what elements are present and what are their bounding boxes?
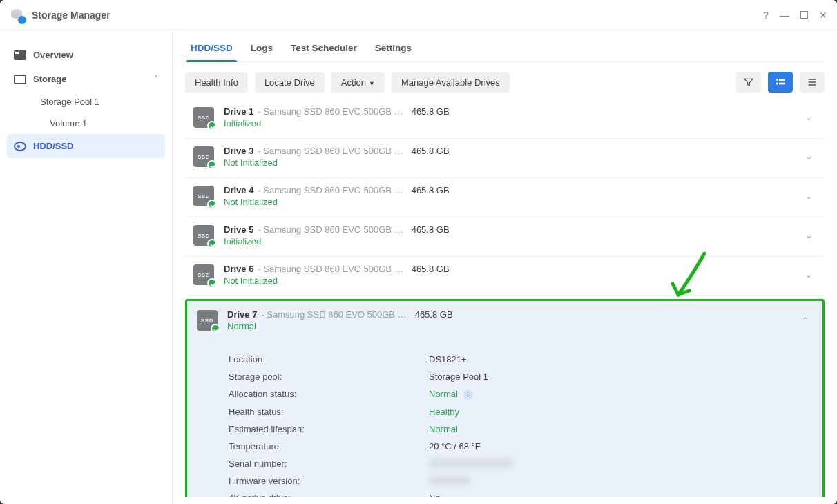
sidebar-item-overview[interactable]: Overview (7, 43, 165, 67)
drive-status: Initialized (224, 118, 791, 128)
drive-row[interactable]: SSD Drive 1 - Samsung SSD 860 EVO 500GB … (185, 99, 825, 139)
tab-label: Test Scheduler (291, 43, 357, 53)
titlebar: Storage Manager ? — ✕ (0, 0, 837, 30)
drive-info: Drive 5 - Samsung SSD 860 EVO 500GB … 46… (224, 224, 791, 246)
ssd-icon: SSD (193, 186, 214, 206)
detail-label: Estimated lifespan: (229, 424, 429, 434)
help-icon[interactable]: ? (763, 10, 769, 20)
drive-name: Drive 6 (224, 264, 253, 274)
sidebar: Overview Storage ˄ Storage Pool 1 Volume… (0, 30, 173, 504)
drive-size: 465.8 GB (412, 224, 450, 235)
button-label: Locate Drive (264, 77, 315, 88)
detail-label: Storage pool: (229, 371, 429, 382)
detail-label: 4K native drive: (229, 493, 429, 497)
drive-info: Drive 4 - Samsung SSD 860 EVO 500GB … 46… (224, 185, 791, 207)
sidebar-item-label: Overview (33, 50, 73, 60)
drive-row[interactable]: SSD Drive 4 - Samsung SSD 860 EVO 500GB … (185, 178, 825, 217)
svg-rect-2 (776, 83, 778, 85)
chevron-up-icon: ˄ (154, 75, 158, 84)
ssd-icon: SSD (193, 225, 214, 246)
drive-info: Drive 6 - Samsung SSD 860 EVO 500GB … 46… (224, 264, 791, 286)
chevron-down-icon[interactable]: ⌄ (801, 270, 816, 280)
drive-name: Drive 4 (224, 185, 253, 195)
tab-hdd-ssd[interactable]: HDD/SSD (191, 43, 233, 61)
drive-size: 465.8 GB (412, 106, 450, 117)
tab-label: HDD/SSD (191, 43, 233, 53)
svg-rect-3 (779, 83, 785, 85)
tab-label: Logs (251, 43, 273, 53)
chevron-down-icon[interactable]: ⌄ (801, 152, 816, 162)
detail-value-firmware-version: XXXXXX (429, 476, 470, 486)
drive-name: Drive 7 (227, 309, 257, 320)
sidebar-item-storage[interactable]: Storage ˄ (7, 67, 165, 91)
health-info-button[interactable]: Health Info (185, 72, 248, 93)
app-title: Storage Manager (32, 10, 110, 21)
sidebar-storage-children: Storage Pool 1 Volume 1 (7, 91, 165, 134)
button-label: Manage Available Drives (401, 77, 500, 88)
tab-label: Settings (375, 43, 412, 53)
detail-value-4k-native: No (429, 493, 441, 497)
tab-test-scheduler[interactable]: Test Scheduler (291, 43, 357, 61)
info-icon[interactable]: i (463, 390, 473, 400)
svg-rect-0 (776, 79, 778, 81)
window-controls: ? — ✕ (763, 10, 827, 20)
drive-model: - Samsung SSD 860 EVO 500GB … (258, 106, 403, 117)
sidebar-item-label: Storage (33, 74, 66, 84)
button-label: Action (341, 77, 366, 88)
drive-status: Initialized (224, 236, 791, 246)
detail-value-health-status: Healthy (429, 407, 459, 417)
main-panel: HDD/SSD Logs Test Scheduler Settings Hea… (173, 30, 837, 504)
drive-name: Drive 3 (224, 146, 253, 156)
detail-value-location: DS1821+ (429, 354, 467, 365)
maximize-icon[interactable] (800, 11, 808, 19)
drive-row[interactable]: SSD Drive 3 - Samsung SSD 860 EVO 500GB … (185, 139, 825, 178)
drive-status: Not Initialized (224, 157, 791, 168)
filter-icon (743, 77, 754, 88)
menu-button[interactable] (800, 72, 825, 93)
filter-button[interactable] (736, 72, 761, 93)
menu-icon (807, 77, 818, 88)
app-window: Storage Manager ? — ✕ Overview Storage ˄… (0, 0, 837, 504)
chevron-down-icon[interactable]: ⌄ (801, 113, 816, 122)
ssd-icon: SSD (193, 107, 214, 128)
sidebar-item-storage-pool-1[interactable]: Storage Pool 1 (33, 91, 165, 113)
drive-details: Location:DS1821+ Storage pool:Storage Po… (197, 351, 813, 497)
tab-logs[interactable]: Logs (251, 43, 273, 61)
drive-status: Not Initialized (224, 197, 791, 207)
locate-drive-button[interactable]: Locate Drive (255, 72, 325, 93)
close-icon[interactable]: ✕ (819, 10, 827, 20)
svg-rect-1 (779, 79, 785, 81)
hdd-icon (14, 142, 26, 151)
sidebar-item-volume-1[interactable]: Volume 1 (33, 113, 165, 134)
sidebar-item-hdd-ssd[interactable]: HDD/SSD (7, 134, 165, 158)
drive-model: - Samsung SSD 860 EVO 500GB … (258, 146, 403, 156)
detail-label: Health status: (229, 407, 429, 417)
chevron-down-icon[interactable]: ⌄ (801, 191, 816, 201)
list-view-button[interactable] (768, 72, 793, 93)
drive-info: Drive 3 - Samsung SSD 860 EVO 500GB … 46… (224, 146, 791, 168)
drive-name: Drive 1 (224, 106, 253, 117)
chevron-down-icon[interactable]: ⌄ (801, 231, 816, 240)
button-label: Health Info (195, 77, 238, 88)
caret-down-icon: ▼ (369, 80, 375, 87)
drive-status: Normal (227, 321, 788, 331)
drive-row[interactable]: SSD Drive 6 - Samsung SSD 860 EVO 500GB … (185, 257, 825, 296)
drive-size: 465.8 GB (415, 309, 453, 320)
drive-size: 465.8 GB (412, 146, 450, 156)
chevron-up-icon[interactable]: ⌃ (798, 316, 813, 325)
drive-model: - Samsung SSD 860 EVO 500GB … (261, 309, 406, 320)
drive-row[interactable]: SSD Drive 5 - Samsung SSD 860 EVO 500GB … (185, 217, 825, 257)
detail-value-temperature: 20 °C / 68 °F (429, 441, 481, 452)
manage-available-drives-button[interactable]: Manage Available Drives (392, 72, 510, 93)
sidebar-item-label: HDD/SSD (33, 141, 74, 151)
drive-status: Not Initialized (224, 275, 791, 286)
app-icon (10, 8, 25, 23)
tab-settings[interactable]: Settings (375, 43, 412, 61)
ssd-icon: SSD (193, 146, 214, 167)
detail-value-allocation-status: Normal i (429, 389, 473, 400)
drive-row-expanded[interactable]: SSD Drive 7 - Samsung SSD 860 EVO 500GB … (185, 299, 825, 497)
minimize-icon[interactable]: — (780, 10, 789, 20)
action-button[interactable]: Action▼ (331, 72, 385, 93)
drive-info: Drive 1 - Samsung SSD 860 EVO 500GB … 46… (224, 106, 791, 128)
detail-value-storage-pool: Storage Pool 1 (429, 371, 488, 382)
